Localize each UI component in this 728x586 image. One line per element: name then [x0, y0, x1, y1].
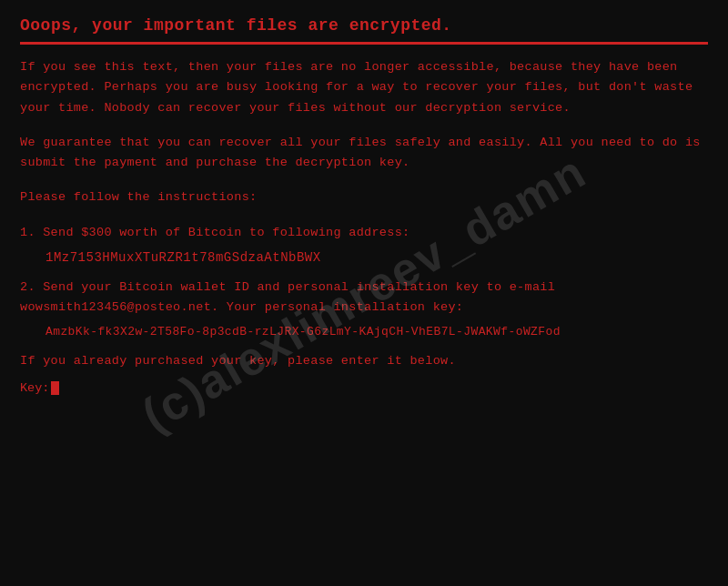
step2-label: 2. Send your Bitcoin wallet ID and perso… [20, 278, 708, 318]
key-prompt-text: If you already purchased your key, pleas… [20, 351, 708, 371]
key-input-section: If you already purchased your key, pleas… [20, 351, 708, 394]
installation-key: AmzbKk-fk3X2w-2T58Fo-8p3cdB-rzLJRX-G6zLm… [46, 325, 708, 338]
bitcoin-address: 1Mz7153HMuxXTuRZR1t78mGSdzaAtNbBWX [46, 250, 708, 265]
paragraph1-text: If you see this text, then your files ar… [20, 57, 708, 118]
main-title: Ooops, your important files are encrypte… [20, 16, 452, 35]
instructions-section: Please follow the instructions: [20, 187, 708, 207]
instructions-header: Please follow the instructions: [20, 187, 708, 207]
ransomware-screen: (c)alexlimreev_damn Ooops, your importan… [0, 0, 728, 586]
paragraph1-section: If you see this text, then your files ar… [20, 57, 708, 118]
cursor [51, 381, 59, 395]
step1-label: 1. Send $300 worth of Bitcoin to followi… [20, 223, 708, 243]
paragraph2-section: We guarantee that you can recover all yo… [20, 133, 708, 174]
step1-item: 1. Send $300 worth of Bitcoin to followi… [20, 223, 708, 265]
title-bar: Ooops, your important files are encrypte… [20, 16, 708, 45]
paragraph2-text: We guarantee that you can recover all yo… [20, 133, 708, 174]
key-input-line: Key: [20, 381, 708, 395]
key-label: Key: [20, 381, 49, 395]
step2-item: 2. Send your Bitcoin wallet ID and perso… [20, 278, 708, 339]
